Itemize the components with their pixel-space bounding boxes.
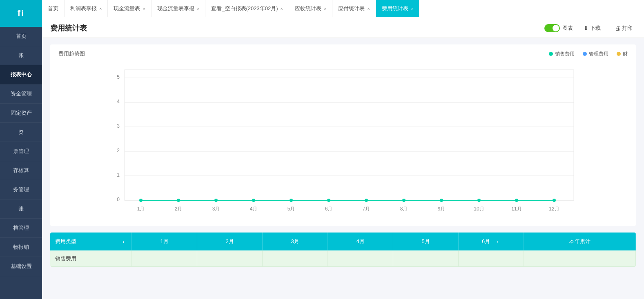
tab-close-receivable-stats[interactable]: × xyxy=(324,6,326,11)
legend-label-finance: 财 xyxy=(623,51,628,58)
tab-expense-stats[interactable]: 费用统计表 × xyxy=(376,0,419,17)
chart-svg-container: 5 4 3 2 1 0 1月 2月 xyxy=(58,62,628,218)
chart-title: 费用趋势图 xyxy=(58,50,85,58)
sidebar-item-service-mgmt[interactable]: 务管理 xyxy=(0,180,42,199)
svg-rect-12 xyxy=(125,70,574,200)
th-month-4: 4月 xyxy=(328,233,393,250)
td-m3-sales xyxy=(263,250,328,266)
download-button[interactable]: ⬇ 下载 xyxy=(580,23,604,33)
svg-text:2: 2 xyxy=(117,148,120,153)
table-next-arrow[interactable]: › xyxy=(494,237,500,246)
svg-text:9月: 9月 xyxy=(438,206,446,212)
td-m1-sales xyxy=(132,250,197,266)
th-month-1: 1月 xyxy=(132,233,197,250)
chart-toggle[interactable]: 图表 xyxy=(544,24,573,32)
download-icon: ⬇ xyxy=(584,25,588,31)
svg-point-25 xyxy=(139,199,143,202)
tab-close-profit-quarterly[interactable]: × xyxy=(99,6,102,11)
th-month-6-label: 6月 xyxy=(482,238,490,245)
th-month-5: 5月 xyxy=(393,233,459,250)
sidebar-item-archive-mgmt[interactable]: 档管理 xyxy=(0,219,42,238)
tab-close-cashflow[interactable]: × xyxy=(143,6,145,11)
tab-close-payable-stats[interactable]: × xyxy=(367,6,370,11)
legend-mgmt-expense: 管理费用 xyxy=(583,51,608,58)
th-type-label: 费用类型 xyxy=(55,238,76,245)
legend-sales-expense: 销售费用 xyxy=(549,51,575,58)
chart-svg: 5 4 3 2 1 0 1月 2月 xyxy=(58,62,628,217)
svg-text:5: 5 xyxy=(117,74,120,80)
sidebar-item-inventory-calc[interactable]: 存核算 xyxy=(0,161,42,180)
table-prev-arrow[interactable]: ‹ xyxy=(120,237,127,246)
sidebar-item-report-center[interactable]: 报表中心 xyxy=(0,65,42,84)
svg-point-28 xyxy=(252,199,255,202)
th-type: 费用类型 ‹ xyxy=(50,233,132,250)
legend-finance-expense: 财 xyxy=(617,51,628,58)
expense-table: 费用类型 ‹ 1月 2月 3月 4月 5月 6月 › 本年累计 销售费用 xyxy=(50,233,636,267)
svg-text:1月: 1月 xyxy=(137,206,145,212)
svg-text:4: 4 xyxy=(117,99,120,104)
tab-receivable-stats[interactable]: 应收统计表 × xyxy=(289,0,332,17)
sidebar: fi 首页 账 报表中心 资金管理 固定资产 资 票管理 存核算 务管理 账 档… xyxy=(0,0,42,299)
toggle-label: 图表 xyxy=(562,24,573,32)
svg-point-34 xyxy=(477,199,481,202)
td-type-sales: 销售费用 xyxy=(50,250,132,266)
th-month-2: 2月 xyxy=(197,233,263,250)
sidebar-item-ticket-mgmt[interactable]: 票管理 xyxy=(0,142,42,161)
legend-label-mgmt: 管理费用 xyxy=(589,51,608,58)
sidebar-item-sales-return[interactable]: 畅报销 xyxy=(0,238,42,257)
chart-legend: 销售费用 管理费用 财 xyxy=(549,51,628,58)
main-area: 首页 利润表季报 × 现金流量表 × 现金流量表季报 × 查看_空白报表(202… xyxy=(42,0,644,299)
table-row: 销售费用 xyxy=(50,250,636,267)
download-label: 下载 xyxy=(590,24,601,32)
legend-dot-sales xyxy=(549,52,553,56)
legend-label-sales: 销售费用 xyxy=(555,51,575,58)
svg-point-26 xyxy=(177,199,180,202)
print-icon: 🖨 xyxy=(615,25,620,31)
toggle-thumb xyxy=(553,25,559,31)
tab-home[interactable]: 首页 xyxy=(42,0,65,17)
svg-point-27 xyxy=(214,199,218,202)
chart-card: 费用趋势图 销售费用 管理费用 财 xyxy=(50,44,636,226)
sidebar-item-salary[interactable]: 资 xyxy=(0,123,42,142)
td-m4-sales xyxy=(328,250,393,266)
tab-close-expense-stats[interactable]: × xyxy=(411,6,413,11)
svg-point-35 xyxy=(515,199,518,202)
legend-dot-mgmt xyxy=(583,52,587,56)
td-m2-sales xyxy=(197,250,263,266)
th-total: 本年累计 xyxy=(524,233,636,250)
tab-cashflow[interactable]: 现金流量表 × xyxy=(108,0,151,17)
sidebar-item-ledger[interactable]: 账 xyxy=(0,46,42,65)
svg-text:5月: 5月 xyxy=(287,206,295,212)
svg-text:6月: 6月 xyxy=(325,206,333,212)
print-button[interactable]: 🖨 打印 xyxy=(611,23,636,33)
td-total-sales xyxy=(524,250,636,266)
svg-text:1: 1 xyxy=(117,172,120,178)
svg-point-33 xyxy=(440,199,443,202)
sidebar-item-base-settings[interactable]: 基础设置 xyxy=(0,257,42,276)
toggle-track[interactable] xyxy=(544,24,560,32)
svg-point-32 xyxy=(402,199,406,202)
tab-close-cashflow-quarterly[interactable]: × xyxy=(197,6,199,11)
sidebar-item-fixed-assets[interactable]: 固定资产 xyxy=(0,104,42,123)
svg-text:12月: 12月 xyxy=(549,206,559,212)
sidebar-item-fund-mgmt[interactable]: 资金管理 xyxy=(0,84,42,104)
tab-close-blank-report[interactable]: × xyxy=(281,6,283,11)
svg-text:11月: 11月 xyxy=(511,206,521,212)
svg-point-29 xyxy=(290,199,293,202)
svg-point-31 xyxy=(365,199,368,202)
tab-blank-report[interactable]: 查看_空白报表(2023年02月) × xyxy=(205,0,289,17)
tab-bar: 首页 利润表季报 × 现金流量表 × 现金流量表季报 × 查看_空白报表(202… xyxy=(42,0,644,17)
tab-cashflow-quarterly[interactable]: 现金流量表季报 × xyxy=(152,0,205,17)
sidebar-logo: fi xyxy=(0,0,42,27)
td-m5-sales xyxy=(393,250,459,266)
table-header-row: 费用类型 ‹ 1月 2月 3月 4月 5月 6月 › 本年累计 xyxy=(50,233,636,250)
th-month-6: 6月 › xyxy=(459,233,524,250)
sidebar-item-home[interactable]: 首页 xyxy=(0,27,42,46)
svg-text:2月: 2月 xyxy=(175,206,183,212)
sidebar-item-payable[interactable]: 账 xyxy=(0,199,42,219)
svg-text:3: 3 xyxy=(117,123,120,129)
tab-profit-quarterly[interactable]: 利润表季报 × xyxy=(65,0,108,17)
td-m6-sales xyxy=(459,250,524,266)
legend-dot-finance xyxy=(617,52,621,56)
tab-payable-stats[interactable]: 应付统计表 × xyxy=(332,0,376,17)
